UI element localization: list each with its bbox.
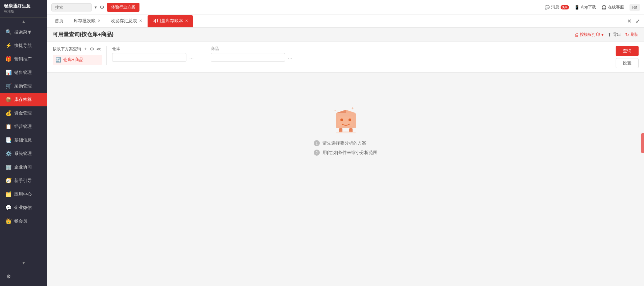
refresh-icon: ↻	[625, 32, 629, 37]
right-scroll-indicator	[641, 133, 644, 153]
main-area: ▾ ⚙ 体验行业方案 💬 消息 99+ 📱 App下载 🎧 在线客服 Rit	[47, 0, 644, 286]
service-icon: 🎧	[601, 5, 607, 10]
scroll-down-btn[interactable]: ▼	[0, 259, 47, 267]
empty-tips: 1 请先选择要分析的方案 2 用[过滤]条件来缩小分析范围	[314, 140, 378, 156]
scheme-collapse-btn[interactable]: ≪	[96, 46, 101, 52]
funds-icon: 💰	[5, 110, 11, 116]
warehouse-more-btn[interactable]: …	[188, 53, 195, 61]
app-download-icon: 📱	[574, 5, 579, 10]
print-label: 按模板打印	[580, 32, 600, 37]
sidebar-item-member[interactable]: 👑 畅会员	[0, 214, 47, 228]
scheme-item-warehouse-goods[interactable]: 🔄 仓库+商品	[53, 55, 102, 65]
maximize-tab-btn[interactable]: ⤢	[634, 17, 641, 26]
svg-point-8	[336, 131, 356, 133]
enterprise-icon: 🏢	[5, 164, 11, 170]
sidebar-item-label-sales: 销售管理	[14, 70, 32, 76]
sidebar-item-system[interactable]: ⚙️ 系统管理	[0, 147, 47, 160]
logo-title: 畅康通好生意	[4, 3, 43, 9]
sales-icon: 📊	[5, 70, 11, 76]
trial-btn[interactable]: 体验行业方案	[107, 3, 139, 12]
tip-text-1: 请先选择要分析的方案	[323, 140, 366, 146]
message-btn[interactable]: 💬 消息 99+	[545, 4, 569, 10]
sidebar-item-sales[interactable]: 📊 销售管理	[0, 66, 47, 79]
tip-num-1: 1	[314, 140, 320, 146]
export-btn[interactable]: ⬆ 导出	[608, 32, 621, 37]
export-icon: ⬆	[608, 32, 612, 37]
sidebar-item-search[interactable]: 🔍 搜索菜单	[0, 25, 47, 39]
sidebar-item-label-enterprise: 企业协同	[14, 164, 32, 170]
close-tab-btn[interactable]: ✕	[626, 17, 633, 26]
tab-close-available[interactable]: ✕	[185, 19, 188, 23]
filter-scheme-header: 按以下方案查询 ＋ ⚙ ≪	[53, 46, 102, 52]
user-avatar[interactable]: Rit	[629, 4, 640, 11]
sidebar-item-purchase[interactable]: 🛒 采购管理	[0, 79, 47, 93]
filter-fields: 仓库 … 商品 …	[112, 46, 610, 62]
query-btn[interactable]: 查询	[616, 46, 639, 56]
sidebar-item-label-purchase: 采购管理	[14, 83, 32, 89]
print-icon: 🖨	[574, 32, 578, 37]
svg-marker-1	[336, 110, 346, 113]
scheme-settings-btn[interactable]: ⚙	[90, 46, 94, 52]
sidebar-item-enterprise[interactable]: 🏢 企业协同	[0, 160, 47, 174]
topbar-search-input[interactable]	[51, 3, 92, 11]
page-header: 可用量查询(按仓库+商品) 🖨 按模板打印 ▾ ⬆ 导出 ↻ 刷新	[47, 28, 644, 42]
tab-summary[interactable]: 收发存汇总表✕	[106, 15, 147, 27]
app-download-btn[interactable]: 📱 App下载	[574, 4, 596, 10]
sidebar-item-shortcut[interactable]: ⚡ 快捷导航	[0, 39, 47, 52]
settings-icon: ⚙	[5, 274, 11, 280]
filter-field-goods: 商品 …	[211, 46, 305, 62]
search-icon: 🔍	[5, 29, 11, 35]
page-content: 可用量查询(按仓库+商品) 🖨 按模板打印 ▾ ⬆ 导出 ↻ 刷新	[47, 28, 644, 286]
svg-rect-3	[338, 116, 353, 126]
sidebar-item-basic[interactable]: 📑 基础信息	[0, 133, 47, 147]
refresh-label: 刷新	[630, 32, 639, 37]
sidebar-item-label-inventory: 库存核算	[14, 97, 32, 103]
sidebar-item-guide[interactable]: 🧭 新手引导	[0, 174, 47, 187]
marketing-icon: 🎁	[5, 56, 11, 62]
member-icon: 👑	[5, 218, 11, 224]
print-btn[interactable]: 🖨 按模板打印 ▾	[574, 32, 603, 37]
sidebar-item-wechat[interactable]: 💬 企业微信	[0, 201, 47, 214]
empty-state: ✦ ✦ 1 请先选择要分析的方案 2 用[过滤]条件来缩小分析范围	[47, 73, 644, 183]
sidebar-item-label-appstore: 应用中心	[14, 191, 32, 197]
sidebar-item-funds[interactable]: 💰 资金管理	[0, 106, 47, 120]
tip-num-2: 2	[314, 150, 320, 156]
purchase-icon: 🛒	[5, 83, 11, 89]
svg-point-5	[349, 119, 351, 121]
sidebar-item-settings[interactable]: ⚙	[0, 270, 47, 283]
warehouse-input[interactable]	[112, 53, 186, 62]
goods-more-btn[interactable]: …	[286, 53, 294, 61]
tab-close-summary[interactable]: ✕	[139, 19, 142, 23]
tab-available[interactable]: 可用量库存账本✕	[148, 15, 193, 27]
inventory-icon: 📦	[5, 97, 11, 103]
tab-close-batch[interactable]: ✕	[98, 19, 101, 23]
sidebar-item-marketing[interactable]: 🎁 营销推广	[0, 52, 47, 66]
refresh-btn[interactable]: ↻ 刷新	[625, 32, 639, 37]
topbar-gear-btn[interactable]: ⚙	[100, 4, 104, 10]
message-badge: 99+	[561, 5, 569, 9]
basic-icon: 📑	[5, 137, 11, 143]
online-service-btn[interactable]: 🎧 在线客服	[601, 4, 624, 10]
page-title: 可用量查询(按仓库+商品)	[53, 31, 113, 38]
sidebar-item-inventory[interactable]: 📦 库存核算	[0, 93, 47, 106]
appstore-icon: 🗂️	[5, 191, 11, 197]
sidebar-item-operations[interactable]: 📋 经营管理	[0, 120, 47, 133]
tab-home[interactable]: 首页	[50, 15, 68, 27]
empty-illustration: ✦ ✦	[329, 100, 363, 133]
filter-actions: 查询 设置	[616, 46, 639, 68]
tab-label-available: 可用量库存账本	[152, 18, 183, 24]
scheme-icon: 🔄	[55, 57, 61, 62]
add-scheme-btn[interactable]: ＋	[83, 46, 88, 52]
system-icon: ⚙️	[5, 151, 11, 157]
topbar-dropdown-btn[interactable]: ▾	[95, 5, 97, 10]
scheme-label: 按以下方案查询	[53, 46, 81, 52]
filter-settings-btn[interactable]: 设置	[616, 58, 639, 68]
filter-area: 按以下方案查询 ＋ ⚙ ≪ 🔄 仓库+商品 仓库 …	[47, 42, 644, 73]
tab-batch[interactable]: 库存批次账✕	[69, 15, 105, 27]
sidebar-item-appstore[interactable]: 🗂️ 应用中心	[0, 187, 47, 201]
topbar-right: 💬 消息 99+ 📱 App下载 🎧 在线客服 Rit	[545, 4, 640, 11]
tab-label-summary: 收发存汇总表	[111, 18, 137, 24]
goods-input[interactable]	[211, 53, 285, 62]
scroll-up-btn[interactable]: ▲	[0, 18, 47, 25]
tab-label-home: 首页	[55, 18, 63, 24]
